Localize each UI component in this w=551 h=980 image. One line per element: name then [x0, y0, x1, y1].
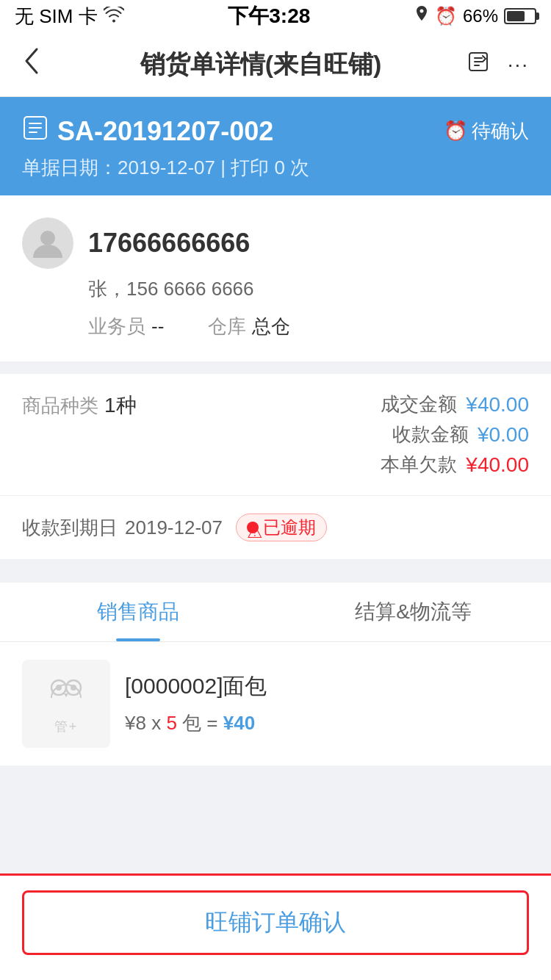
amount-row-1: 收款金额 ¥0.00	[392, 422, 529, 447]
product-item: 管+ [0000002]面包 ¥8 x 5 包 = ¥40	[0, 642, 551, 765]
wifi-icon	[104, 5, 124, 28]
salesperson-value: --	[151, 315, 164, 338]
status-time: 下午3:28	[228, 2, 310, 30]
back-button[interactable]	[22, 46, 66, 82]
product-unit: 包	[182, 712, 201, 734]
order-print: 打印 0 次	[231, 156, 309, 179]
amount-value-0: ¥40.00	[466, 393, 529, 417]
order-separator: |	[220, 156, 231, 179]
product-name: [0000002]面包	[125, 671, 529, 702]
overdue-text: 已逾期	[263, 516, 316, 539]
product-unit-price: ¥8	[125, 712, 146, 734]
amount-value-1: ¥0.00	[478, 423, 529, 447]
location-icon	[414, 6, 429, 26]
product-price-row: ¥8 x 5 包 = ¥40	[125, 710, 529, 736]
owl-icon	[44, 673, 88, 716]
customer-top: 17666666666	[22, 217, 529, 269]
product-info: [0000002]面包 ¥8 x 5 包 = ¥40	[125, 671, 529, 736]
customer-phone: 17666666666	[88, 228, 250, 259]
product-section: 管+ [0000002]面包 ¥8 x 5 包 = ¥40	[0, 642, 551, 765]
amount-row-2: 本单欠款 ¥40.00	[381, 452, 529, 478]
due-date-card: 收款到期日 2019-12-07 ⚠ 已逾期	[0, 496, 551, 559]
svg-point-2	[40, 231, 55, 245]
order-id: SA-20191207-002	[22, 115, 273, 148]
product-title: 面包	[223, 674, 267, 698]
summary-card: 商品种类 1种 成交金额 ¥40.00 收款金额 ¥0.00 本单欠款 ¥40.…	[0, 374, 551, 496]
tab-sales-products[interactable]: 销售商品	[0, 583, 276, 641]
amount-label-1: 收款金额	[392, 422, 469, 447]
product-code: [0000002]	[125, 674, 223, 698]
product-type-value: 1种	[104, 392, 137, 419]
avatar	[22, 217, 73, 269]
amount-value-2: ¥40.00	[466, 453, 529, 477]
more-icon[interactable]: ···	[508, 53, 529, 76]
overdue-dot-icon: ⚠	[247, 522, 259, 533]
battery-icon	[504, 8, 536, 24]
tab-settlement[interactable]: 结算&物流等	[276, 583, 551, 641]
price-equals: =	[206, 712, 223, 734]
clock-icon: ⏰	[444, 120, 467, 143]
brand-plus: 管+	[54, 718, 79, 735]
warehouse-value: 总仓	[252, 314, 290, 339]
amount-label-2: 本单欠款	[381, 452, 457, 478]
product-thumbnail: 管+	[22, 660, 110, 748]
customer-name-phone: 张，156 6666 6666	[88, 276, 529, 302]
status-carrier: 无 SIM 卡	[15, 4, 124, 29]
product-thumb-inner: 管+	[44, 673, 88, 735]
order-id-text: SA-20191207-002	[57, 116, 273, 147]
product-type-label: 商品种类	[22, 393, 98, 419]
price-multiply: x	[151, 712, 166, 734]
warehouse-label: 仓库	[208, 314, 246, 339]
due-date-value: 2019-12-07	[125, 516, 223, 539]
tab-settlement-label: 结算&物流等	[355, 598, 472, 626]
tab-underline	[116, 638, 160, 641]
product-type: 商品种类 1种	[22, 392, 137, 419]
product-total: ¥40	[223, 712, 255, 734]
status-right: ⏰ 66%	[414, 6, 536, 26]
status-bar: 无 SIM 卡 下午3:28 ⏰ 66%	[0, 0, 551, 32]
order-meta: 单据日期：2019-12-07 | 打印 0 次	[22, 155, 529, 181]
salesperson-label: 业务员	[88, 314, 145, 339]
confirm-order-button[interactable]: 旺铺订单确认	[22, 890, 529, 955]
order-date: 单据日期：2019-12-07	[22, 156, 215, 179]
tab-sales-label: 销售商品	[97, 598, 179, 626]
divider-2	[0, 559, 551, 571]
product-qty: 5	[166, 712, 176, 734]
bottom-bar: 旺铺订单确认	[0, 873, 551, 980]
amount-label-0: 成交金额	[381, 392, 457, 417]
customer-card: 17666666666 张，156 6666 6666 业务员 -- 仓库 总仓	[0, 195, 551, 362]
due-date-label: 收款到期日	[22, 515, 118, 541]
order-icon	[22, 115, 48, 148]
nav-actions: ···	[455, 50, 529, 79]
order-banner: SA-20191207-002 ⏰ 待确认 单据日期：2019-12-07 | …	[0, 97, 551, 195]
customer-extra: 业务员 -- 仓库 总仓	[88, 314, 529, 339]
order-status-text: 待确认	[472, 118, 529, 144]
summary-row: 商品种类 1种 成交金额 ¥40.00 收款金额 ¥0.00 本单欠款 ¥40.…	[22, 392, 529, 478]
overdue-badge: ⚠ 已逾期	[236, 514, 327, 541]
order-status: ⏰ 待确认	[444, 118, 529, 144]
nav-bar: 销货单详情(来自旺铺) ···	[0, 32, 551, 97]
battery-text: 66%	[463, 6, 498, 26]
page-title: 销货单详情(来自旺铺)	[66, 48, 455, 82]
amount-summary: 成交金额 ¥40.00 收款金额 ¥0.00 本单欠款 ¥40.00	[381, 392, 529, 478]
warehouse-item: 仓库 总仓	[208, 314, 290, 339]
tab-bar: 销售商品 结算&物流等	[0, 583, 551, 642]
salesperson-item: 业务员 --	[88, 314, 164, 339]
amount-row-0: 成交金额 ¥40.00	[381, 392, 529, 417]
carrier-text: 无 SIM 卡	[15, 4, 98, 29]
share-icon[interactable]	[467, 50, 490, 79]
divider-1	[0, 362, 551, 374]
alarm-icon: ⏰	[435, 6, 457, 26]
order-banner-top: SA-20191207-002 ⏰ 待确认	[22, 115, 529, 148]
